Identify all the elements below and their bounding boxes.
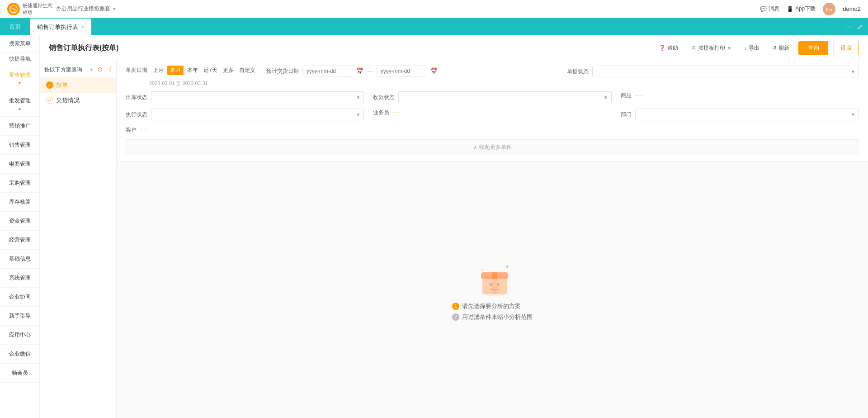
calendar-start-icon[interactable]: 📅 <box>356 67 363 75</box>
page-header: 销售订单执行表(按单) ❓ 帮助 🖨 按模板打印 ▼ ↓ 导出 <box>40 35 868 59</box>
tab-bar-actions: — ⤢ <box>846 23 868 31</box>
dept-select[interactable] <box>635 109 859 120</box>
filter-row-1: 单据日期 上月 本月 本年 近7天 更多 自定义 <box>126 66 859 77</box>
dept-group: 部门 ▼ <box>621 109 859 120</box>
date-tab-custom[interactable]: 自定义 <box>237 66 257 75</box>
date-tabs: 上月 本月 本年 近7天 更多 自定义 <box>151 66 257 75</box>
filter-row-3: 执行状态 ▼ 业务员 ··· 部门 <box>126 109 859 120</box>
tab-close-icon[interactable]: × <box>81 24 84 30</box>
sidebar-item-retail[interactable]: 零售管理 ▼ <box>0 66 39 91</box>
goods-picker-btn[interactable]: ··· <box>635 91 644 100</box>
empty-hint-1: 1 请先选择要分析的方案 <box>452 302 533 310</box>
content-area: 销售订单执行表(按单) ❓ 帮助 🖨 按模板打印 ▼ ↓ 导出 <box>40 35 868 418</box>
date-tab-more[interactable]: 更多 <box>221 66 236 75</box>
settings-btn[interactable]: 设置 <box>834 41 859 55</box>
receipt-status-select[interactable] <box>398 91 611 103</box>
svg-text:✦: ✦ <box>481 268 484 272</box>
sidebar-item-finance[interactable]: 资金管理 <box>0 212 39 231</box>
date-tab-7days[interactable]: 近7天 <box>202 66 219 75</box>
top-header: 畅捷通好生意 标版 办公用品行业模拟账套 ▼ 💬 消息 📱 App下载 Ea d… <box>0 0 868 18</box>
logo-text: 畅捷通好生意 标版 <box>23 2 52 15</box>
date-tab-last-month[interactable]: 上月 <box>151 66 165 75</box>
sidebar-item-wechat[interactable]: 企业微信 <box>0 345 39 364</box>
sidebar-search[interactable]: 搜索菜单 <box>0 35 39 52</box>
sidebar-item-operations[interactable]: 经营管理 <box>0 231 39 250</box>
svg-point-11 <box>490 283 492 286</box>
tab-minimize-btn[interactable]: — <box>846 23 853 31</box>
empty-illustration: ✦ ✦ ✦ <box>474 259 510 295</box>
filter-row-4: 客户 ··· <box>126 126 859 134</box>
svg-text:✦: ✦ <box>507 273 509 276</box>
page-title: 销售订单执行表(按单) <box>49 43 119 53</box>
svg-text:✦: ✦ <box>505 264 509 270</box>
sidebar-item-basic-info[interactable]: 基础信息 <box>0 250 39 269</box>
sidebar-item-inventory[interactable]: 库存核算 <box>0 193 39 212</box>
left-panel: 按以下方案查询 ＋ ⊙ 《 ✓ 按单 ↺ 欠货情况 <box>40 59 117 418</box>
tab-home[interactable]: 首页 <box>0 18 30 35</box>
tab-active[interactable]: 销售订单执行表 × <box>30 19 91 36</box>
breadcrumb-dropdown[interactable]: ▼ <box>112 6 117 11</box>
date-tab-this-year[interactable]: 本年 <box>185 66 200 75</box>
sidebar-item-marketing[interactable]: 营销推广 <box>0 117 39 136</box>
sidebar-item-purchase[interactable]: 采购管理 <box>0 174 39 193</box>
customer-picker-btn[interactable]: ··· <box>140 126 149 134</box>
receipt-status-group: 收款状态 ▼ <box>373 91 611 103</box>
export-icon: ↓ <box>744 45 747 51</box>
refresh-btn[interactable]: ↺ 刷新 <box>769 43 793 54</box>
empty-state: ✦ ✦ ✦ 1 <box>452 259 533 321</box>
collapse-panel-icon[interactable]: 《 <box>105 66 112 74</box>
svg-text:Ea: Ea <box>826 7 833 12</box>
collapse-bar[interactable]: ∧ 收起更多条件 <box>126 139 859 155</box>
salesperson-picker-btn[interactable]: ··· <box>393 109 401 117</box>
out-status-select[interactable] <box>151 91 364 103</box>
sidebar-quick-nav[interactable]: 快捷导航 <box>0 52 39 66</box>
empty-hints: 1 请先选择要分析的方案 2 用过滤条件来缩小分析范围 <box>452 302 533 321</box>
user-name: demo2 <box>843 5 861 12</box>
print-icon: 🖨 <box>691 45 696 51</box>
expected-date-end-input[interactable] <box>377 66 426 76</box>
sidebar: 搜索菜单 快捷导航 零售管理 ▼ 批发管理 ▲ 营销推广 销售管理 电商管理 采… <box>0 35 40 418</box>
calendar-end-icon[interactable]: 📅 <box>430 67 438 75</box>
sidebar-item-sales[interactable]: 销售管理 <box>0 136 39 155</box>
scheme-item-by-order[interactable]: ✓ 按单 <box>40 77 116 93</box>
scheme-item-shortage[interactable]: ↺ 欠货情况 <box>40 93 116 108</box>
logo-area: 畅捷通好生意 标版 <box>7 2 52 15</box>
tab-maximize-btn[interactable]: ⤢ <box>857 23 863 31</box>
message-icon: 💬 <box>760 6 767 12</box>
left-panel-header: 按以下方案查询 ＋ ⊙ 《 <box>40 64 116 77</box>
sidebar-item-system[interactable]: 系统管理 <box>0 269 39 288</box>
expected-date-start-input[interactable] <box>302 66 352 76</box>
right-panel: 单据日期 上月 本月 本年 近7天 更多 自定义 <box>117 59 868 418</box>
app-icon: 📱 <box>787 6 793 12</box>
sidebar-item-enterprise[interactable]: 企业协同 <box>0 288 39 307</box>
add-scheme-icon[interactable]: ＋ <box>88 66 94 74</box>
print-dropdown-icon[interactable]: ▼ <box>727 46 731 51</box>
help-btn[interactable]: ❓ 帮助 <box>655 43 682 54</box>
query-btn[interactable]: 查询 <box>798 41 828 55</box>
app-download-action[interactable]: 📱 App下载 <box>787 5 816 13</box>
exec-status-select[interactable] <box>151 109 364 120</box>
sidebar-item-member[interactable]: 畅会员 <box>0 364 39 383</box>
out-status-group: 出库状态 ▼ <box>126 91 364 103</box>
panel-layout: 按以下方案查询 ＋ ⊙ 《 ✓ 按单 ↺ 欠货情况 <box>40 59 868 418</box>
main-layout: 搜索菜单 快捷导航 零售管理 ▼ 批发管理 ▲ 营销推广 销售管理 电商管理 采… <box>0 35 868 418</box>
sidebar-item-guide[interactable]: 新手引导 <box>0 307 39 326</box>
help-icon: ❓ <box>659 45 665 51</box>
sidebar-item-ecommerce[interactable]: 电商管理 <box>0 155 39 174</box>
copy-scheme-icon[interactable]: ⊙ <box>97 66 103 74</box>
print-btn[interactable]: 🖨 按模板打印 ▼ <box>687 43 735 54</box>
sidebar-item-appcenter[interactable]: 应用中心 <box>0 326 39 345</box>
single-status-select[interactable] <box>592 66 859 77</box>
sidebar-item-wholesale[interactable]: 批发管理 ▲ <box>0 91 39 117</box>
receipt-status-select-wrapper: ▼ <box>398 91 611 103</box>
date-tab-this-month[interactable]: 本月 <box>167 66 184 75</box>
data-area: ✦ ✦ ✦ 1 <box>117 162 868 418</box>
message-action[interactable]: 💬 消息 <box>760 5 779 13</box>
left-panel-actions: ＋ ⊙ 《 <box>88 66 112 74</box>
avatar: Ea <box>823 3 835 15</box>
svg-point-12 <box>497 283 500 286</box>
exec-status-select-wrapper: ▼ <box>151 109 364 120</box>
export-btn[interactable]: ↓ 导出 <box>741 43 763 54</box>
header-right: 💬 消息 📱 App下载 Ea demo2 <box>760 3 861 15</box>
date-range-label: 2023-03-01 至 2023-03-31 <box>149 80 859 87</box>
